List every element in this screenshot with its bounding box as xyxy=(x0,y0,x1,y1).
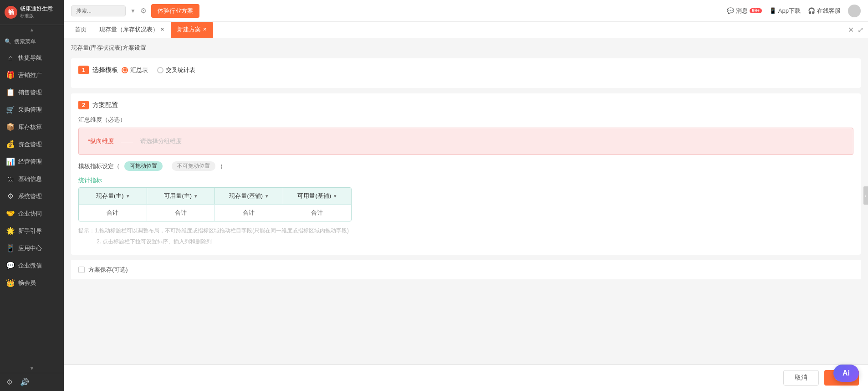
topbar-search-input[interactable] xyxy=(71,5,126,16)
tab-new-plan-close-icon[interactable]: ✕ xyxy=(203,26,207,32)
col-header-0-label: 现存量(主) xyxy=(96,192,124,200)
col-header-0-chevron[interactable]: ▾ xyxy=(127,193,129,199)
tab-home[interactable]: 首页 xyxy=(68,22,93,38)
sidebar-item-new-guide[interactable]: 🌟 新手引导 xyxy=(0,222,64,240)
wechat-icon: 💬 xyxy=(6,262,15,270)
scroll-down-icon[interactable]: ▼ xyxy=(0,364,64,373)
scroll-up-icon[interactable]: ▲ xyxy=(0,25,64,34)
gift-icon: 🎁 xyxy=(6,71,15,79)
required-dimension-label: *纵向维度 xyxy=(88,137,114,145)
non-draggable-badge: 不可拖动位置 xyxy=(172,161,215,171)
search-menu[interactable]: 🔍 搜索菜单 xyxy=(0,34,64,49)
col-header-2-chevron[interactable]: ▾ xyxy=(266,193,268,199)
step1-header: 1 选择模板 汇总表 交叉统计表 xyxy=(78,66,853,74)
enterprise-icon: 🤝 xyxy=(6,210,15,218)
volume-icon[interactable]: 🔊 xyxy=(20,378,29,386)
tip2-text: 2. 点击标题栏下拉可设置排序、插入列和删除列 xyxy=(97,238,212,245)
edge-expand-button[interactable]: › xyxy=(863,186,868,205)
sidebar-item-basic-info[interactable]: 🗂 基础信息 xyxy=(0,170,64,188)
member-icon: 👑 xyxy=(6,279,15,287)
col-header-2-label: 现存量(基辅) xyxy=(229,192,263,200)
sidebar-item-sales[interactable]: 📋 销售管理 xyxy=(0,84,64,101)
tab-expand-icon[interactable]: ⤢ xyxy=(858,26,863,34)
finance-icon: 💰 xyxy=(6,140,15,149)
tabs-bar: 首页 现存量（库存状况表） ✕ 新建方案 ✕ ✕ ⤢ xyxy=(64,22,868,38)
save-option-checkbox[interactable] xyxy=(78,267,85,273)
ai-button[interactable]: Ai xyxy=(833,365,859,382)
radio-cross-table[interactable]: 交叉统计表 xyxy=(157,66,195,74)
dimension-dash: —— xyxy=(121,138,133,145)
sidebar-label-inventory: 库存核算 xyxy=(18,123,42,131)
tab-new-plan[interactable]: 新建方案 ✕ xyxy=(171,22,213,38)
sidebar-item-enterprise[interactable]: 🤝 企业协同 xyxy=(0,205,64,222)
col-header-3-chevron[interactable]: ▾ xyxy=(334,193,337,199)
tab-inventory-close-icon[interactable]: ✕ xyxy=(160,26,164,32)
dimension-box[interactable]: *纵向维度 —— 请选择分组维度 xyxy=(78,128,853,155)
sidebar-bottom: ⚙ 🔊 xyxy=(0,373,64,391)
col-header-0[interactable]: 现存量(主) ▾ xyxy=(79,188,147,204)
stats-label: 统计指标 xyxy=(78,176,853,185)
topbar-gear-icon[interactable]: ⚙ xyxy=(140,6,147,15)
home-icon: ⌂ xyxy=(6,54,15,62)
col-header-2[interactable]: 现存量(基辅) ▾ xyxy=(215,188,283,204)
app-download-button[interactable]: 📱 App下载 xyxy=(769,7,801,15)
col-header-1-chevron[interactable]: ▾ xyxy=(194,193,197,199)
step1-title: 选择模板 xyxy=(92,66,118,74)
sidebar-item-inventory[interactable]: 📦 库存核算 xyxy=(0,118,64,136)
main-area: ▼ ⚙ 体验行业方案 💬 消息 99+ 📱 App下载 🎧 在线客服 首页 xyxy=(64,0,868,391)
save-option-label: 方案保存(可选) xyxy=(88,266,128,274)
col-header-3-label: 可用量(基辅) xyxy=(297,192,331,200)
stats-cell-0-0: 合计 xyxy=(79,205,147,221)
radio-summary-table[interactable]: 汇总表 xyxy=(122,66,148,74)
sidebar-label-system: 系统管理 xyxy=(18,192,42,201)
sidebar-label-enterprise: 企业协同 xyxy=(18,210,42,218)
sidebar-label-new-guide: 新手引导 xyxy=(18,227,42,235)
purchase-icon: 🛒 xyxy=(6,106,15,114)
step2-section: 2 方案配置 汇总维度（必选） *纵向维度 —— 请选择分组维度 模板指标设定（… xyxy=(71,93,861,255)
app-logo: 畅 畅康通好生意 标准版 xyxy=(0,0,64,25)
sidebar-label-app-center: 应用中心 xyxy=(18,244,42,252)
tab-inventory[interactable]: 现存量（库存状况表） ✕ xyxy=(93,22,171,38)
basic-info-icon: 🗂 xyxy=(6,175,15,183)
radio-summary-circle xyxy=(122,67,128,73)
messages-button[interactable]: 💬 消息 99+ xyxy=(727,7,762,15)
tips-section: 提示：1.拖动标题栏可以调整布局，不可跨维度或指标区域拖动栏目字段(只能在同一维… xyxy=(78,226,853,247)
sidebar-item-finance[interactable]: 💰 资金管理 xyxy=(0,136,64,153)
sidebar-item-wechat[interactable]: 💬 企业微信 xyxy=(0,257,64,274)
sidebar-item-marketing[interactable]: 🎁 营销推广 xyxy=(0,67,64,84)
tip1-text: 1.拖动标题栏可以调整布局，不可跨维度或指标区域拖动栏目字段(只能在同一维度或指… xyxy=(95,227,349,234)
user-avatar[interactable] xyxy=(848,5,861,17)
search-menu-label: 搜索菜单 xyxy=(14,38,36,46)
sidebar-item-app-center[interactable]: 📱 应用中心 xyxy=(0,240,64,257)
sidebar-item-quick-nav[interactable]: ⌂ 快捷导航 xyxy=(0,49,64,67)
sidebar-label-marketing: 营销推广 xyxy=(18,71,42,79)
col-header-3[interactable]: 可用量(基辅) ▾ xyxy=(283,188,352,204)
sidebar: 畅 畅康通好生意 标准版 ▲ 🔍 搜索菜单 ⌂ 快捷导航 🎁 营销推广 📋 销售… xyxy=(0,0,64,391)
radio-cross-label: 交叉统计表 xyxy=(166,66,195,74)
topbar-right: 💬 消息 99+ 📱 App下载 🎧 在线客服 xyxy=(727,5,861,17)
settings-bottom-icon[interactable]: ⚙ xyxy=(6,378,13,386)
sidebar-item-system[interactable]: ⚙ 系统管理 xyxy=(0,188,64,205)
sidebar-item-purchase[interactable]: 🛒 采购管理 xyxy=(0,101,64,118)
tab-close-all-icon[interactable]: ✕ xyxy=(848,26,854,34)
industry-plan-button[interactable]: 体验行业方案 xyxy=(151,4,199,18)
sidebar-label-member: 畅会员 xyxy=(18,279,36,287)
topbar-left: ▼ ⚙ 体验行业方案 xyxy=(71,4,199,18)
guide-icon: 🌟 xyxy=(6,227,15,235)
sidebar-item-member[interactable]: 👑 畅会员 xyxy=(0,274,64,292)
cancel-button[interactable]: 取消 xyxy=(783,370,819,386)
sidebar-item-operations[interactable]: 📊 经营管理 xyxy=(0,153,64,170)
stats-cell-0-2: 合计 xyxy=(215,205,283,221)
stats-table-header: 现存量(主) ▾ 可用量(主) ▾ 现存量(基辅) ▾ 可用量(基辅) ▾ xyxy=(79,188,351,204)
tab-home-label: 首页 xyxy=(75,26,87,34)
service-icon: 🎧 xyxy=(808,7,815,14)
col-header-1[interactable]: 可用量(主) ▾ xyxy=(147,188,215,204)
service-label: 在线客服 xyxy=(817,7,841,15)
sidebar-label-operations: 经营管理 xyxy=(18,158,42,166)
sidebar-label-finance: 资金管理 xyxy=(18,140,42,149)
step2-header: 2 方案配置 xyxy=(78,101,853,109)
sidebar-label-sales: 销售管理 xyxy=(18,88,42,97)
content-area: 现存量(库存状况表)方案设置 1 选择模板 汇总表 交叉统计表 xyxy=(64,38,868,364)
step1-badge: 1 xyxy=(78,66,89,74)
online-service-button[interactable]: 🎧 在线客服 xyxy=(808,7,841,15)
